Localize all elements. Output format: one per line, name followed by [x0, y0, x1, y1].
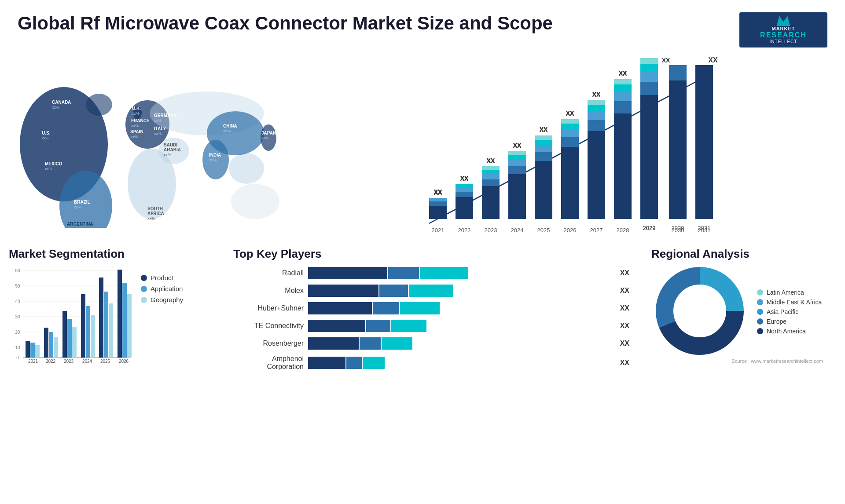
svg-text:2026: 2026 — [119, 359, 129, 364]
svg-point-10 — [207, 111, 264, 155]
svg-rect-92 — [588, 100, 605, 105]
svg-text:2025: 2025 — [537, 227, 550, 234]
svg-rect-61 — [482, 179, 500, 186]
svg-rect-49 — [429, 206, 447, 219]
svg-text:FRANCE: FRANCE — [131, 118, 150, 123]
growth-bar-chart: XX 2021 XX 2022 XX 2023 XX 2024 — [321, 56, 819, 241]
svg-text:xx%: xx% — [261, 136, 269, 140]
svg-rect-114 — [695, 65, 713, 219]
bar-seg3 — [382, 337, 412, 350]
segmentation-legend: Product Application Geography — [141, 274, 183, 368]
svg-rect-111 — [669, 65, 687, 80]
svg-text:xx%: xx% — [223, 129, 231, 133]
player-bar-huber — [308, 302, 612, 314]
svg-text:xx%: xx% — [45, 167, 52, 171]
svg-rect-104 — [640, 71, 658, 82]
svg-text:2022: 2022 — [46, 359, 56, 364]
svg-rect-51 — [429, 198, 447, 201]
svg-rect-102 — [640, 95, 658, 219]
legend-geography: Geography — [141, 296, 183, 303]
player-name-radiall: Radiall — [233, 269, 304, 277]
svg-rect-75 — [535, 152, 552, 161]
svg-rect-95 — [614, 113, 632, 219]
player-row-huber: Huber+Suhner XX — [233, 302, 629, 314]
svg-text:XX: XX — [662, 57, 670, 64]
logo-line1: MARKET — [772, 26, 795, 31]
svg-rect-54 — [456, 197, 473, 219]
svg-text:xx%: xx% — [42, 136, 49, 140]
svg-text:XX: XX — [460, 175, 469, 182]
player-xx-radiall: XX — [620, 269, 629, 277]
player-name-molex: Molex — [233, 287, 304, 295]
svg-rect-89 — [588, 120, 605, 131]
svg-rect-99 — [614, 79, 632, 84]
bottom-section: Market Segmentation 60 50 40 30 20 10 0 — [0, 247, 845, 376]
bar-seg1 — [308, 302, 372, 314]
svg-text:20: 20 — [15, 330, 20, 335]
legend-latin-america: Latin America — [757, 289, 822, 296]
svg-text:XX: XX — [619, 69, 627, 77]
player-bar-rosenberger — [308, 337, 612, 350]
latin-america-label: Latin America — [767, 289, 804, 296]
svg-text:50: 50 — [15, 284, 20, 289]
svg-text:SOUTH: SOUTH — [147, 206, 163, 211]
bar-seg1 — [308, 285, 378, 297]
legend-europe: Europe — [757, 318, 822, 325]
svg-text:2027: 2027 — [590, 227, 603, 234]
latin-america-dot — [757, 289, 763, 296]
bar-seg2 — [360, 337, 381, 350]
svg-text:xx%: xx% — [154, 118, 162, 123]
svg-point-171 — [676, 287, 724, 335]
svg-rect-68 — [508, 166, 526, 174]
asia-pacific-label: Asia Pacific — [767, 308, 798, 315]
player-xx-rosenberger: XX — [620, 340, 629, 347]
svg-rect-144 — [35, 345, 40, 358]
product-label: Product — [151, 274, 173, 281]
bar-seg3 — [363, 357, 385, 369]
segmentation-chart: 60 50 40 30 20 10 0 2021 — [9, 267, 132, 368]
svg-text:2031: 2031 — [698, 225, 711, 231]
svg-rect-160 — [109, 303, 113, 358]
bar-seg3 — [420, 267, 468, 279]
north-america-label: North America — [767, 328, 806, 335]
svg-rect-77 — [535, 140, 552, 145]
svg-text:xx%: xx% — [132, 111, 140, 116]
svg-text:2024: 2024 — [511, 227, 524, 234]
svg-rect-97 — [614, 91, 632, 101]
bar-seg2 — [379, 285, 408, 297]
player-name-te: TE Connectivity — [233, 322, 304, 330]
svg-text:MEXICO: MEXICO — [45, 161, 62, 166]
geography-label: Geography — [151, 296, 183, 303]
regional-section: Regional Analysis Latin America — [651, 247, 836, 376]
svg-rect-91 — [588, 105, 605, 111]
svg-text:xx%: xx% — [164, 153, 171, 157]
svg-text:40: 40 — [15, 299, 20, 304]
key-players-section: Top Key Players Radiall XX Molex XX Hube… — [220, 247, 643, 376]
regional-legend: Latin America Middle East & Africa Asia … — [757, 289, 822, 337]
svg-rect-69 — [508, 160, 526, 166]
svg-text:XX: XX — [592, 91, 601, 98]
svg-rect-62 — [482, 174, 500, 179]
legend-middle-east: Middle East & Africa — [757, 299, 822, 306]
svg-rect-55 — [456, 192, 473, 197]
svg-text:XX: XX — [434, 188, 442, 195]
svg-text:ARABIA: ARABIA — [164, 147, 181, 152]
svg-rect-57 — [456, 184, 473, 187]
bar-seg3 — [391, 320, 426, 332]
svg-text:U.K.: U.K. — [132, 106, 141, 111]
svg-rect-98 — [614, 84, 632, 91]
svg-rect-67 — [508, 174, 526, 219]
svg-text:xx%: xx% — [67, 227, 74, 228]
player-name-rosenberger: Rosenberger — [233, 340, 304, 347]
svg-rect-164 — [127, 294, 132, 358]
application-label: Application — [151, 285, 183, 292]
svg-rect-60 — [482, 186, 500, 219]
bar-seg3 — [409, 285, 453, 297]
geography-dot — [141, 297, 147, 303]
legend-asia-pacific: Asia Pacific — [757, 308, 822, 315]
bar-seg2 — [346, 357, 362, 369]
svg-text:2021: 2021 — [432, 227, 445, 234]
svg-text:2024: 2024 — [82, 359, 92, 364]
svg-rect-88 — [588, 131, 605, 219]
svg-rect-146 — [44, 328, 48, 358]
